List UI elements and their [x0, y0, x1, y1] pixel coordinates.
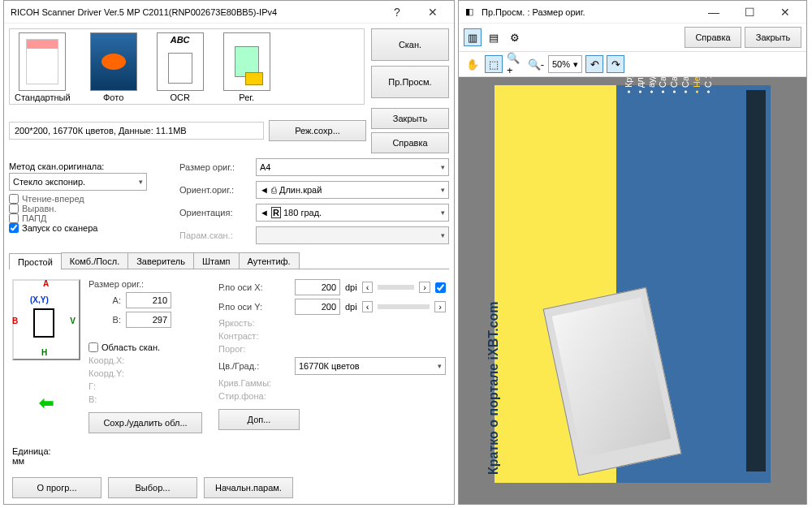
minimize-button[interactable]: — [696, 1, 732, 24]
layout2-icon[interactable]: ▤ [485, 28, 503, 46]
tab-endorse[interactable]: Заверитель [127, 252, 194, 269]
close-preview-button[interactable]: ✕ [767, 1, 803, 24]
zoomin-icon[interactable]: 🔍+ [506, 55, 524, 73]
preset-photo[interactable]: Фото [90, 32, 137, 102]
readahead-check[interactable] [9, 194, 19, 204]
adf-check[interactable] [9, 213, 19, 223]
resy-dec[interactable]: ‹ [362, 301, 374, 312]
save-area-button[interactable]: Сохр./удалить обл... [89, 412, 202, 433]
marquee-icon[interactable]: ⬚ [485, 55, 503, 73]
more-button[interactable]: Доп... [218, 409, 300, 430]
preview-toolbar-zoom: ✋ ⬚ 🔍+ 🔍- 50%▾ ↶ ↷ [459, 52, 806, 77]
from-scanner-check[interactable] [9, 223, 19, 233]
help-button[interactable]: ? [379, 1, 415, 24]
rotate-left-icon[interactable]: ↶ [585, 55, 603, 73]
preview-button[interactable]: Пр.Просм. [371, 66, 449, 98]
about-button[interactable]: О прогр... [12, 477, 102, 498]
tab-stamp[interactable]: Штамп [193, 252, 240, 269]
height-input[interactable] [126, 312, 171, 328]
size-select[interactable]: A4▾ [256, 158, 449, 176]
arrow-left-icon[interactable]: ⬅ [39, 393, 54, 414]
scan-area-check[interactable] [89, 342, 98, 352]
preset-thumbs: Стандартный Фото ABC OCR Рег. [9, 28, 365, 105]
close-button[interactable]: Закрыть [371, 108, 449, 129]
app-icon: ◧ [465, 6, 477, 18]
save-mode-button[interactable]: Реж.сохр... [269, 120, 366, 141]
resy-input[interactable] [295, 299, 340, 315]
preview-window: ◧ Пр.Просм. : Размер ориг. — ☐ ✕ ▥ ▤ ⚙ С… [458, 0, 807, 505]
preset-ocr[interactable]: ABC OCR [157, 32, 204, 102]
scanner-titlebar: RICOH Scanner Driver Ver.5 MP C2011(RNP0… [4, 1, 454, 24]
size-diagram: A B (X,Y) V H [12, 279, 80, 360]
scanned-page: Кратко о портале iXBT.com Крупнейшее в Р… [495, 85, 771, 483]
scanner-title: RICOH Scanner Driver Ver.5 MP C2011(RNP0… [11, 7, 379, 17]
close-window-button[interactable]: ✕ [415, 1, 451, 24]
pv-close-button[interactable]: Закрыть [745, 27, 801, 48]
defaults-button[interactable]: Начальн.парам. [204, 477, 293, 498]
status-text: 200*200, 16770К цветов, Данные: 11.1MB [9, 122, 264, 140]
zoomout-icon[interactable]: 🔍- [527, 55, 545, 73]
select-button[interactable]: Выбор... [108, 477, 197, 498]
scanner-dialog: RICOH Scanner Driver Ver.5 MP C2011(RNP0… [3, 0, 455, 505]
lock-res-check[interactable] [435, 282, 446, 293]
resx-input[interactable] [295, 279, 340, 295]
scan-method-label: Метод скан.оригинала: [9, 158, 171, 171]
settings-icon[interactable]: ⚙ [506, 28, 524, 46]
tab-simple[interactable]: Простой [9, 253, 62, 269]
tab-auth[interactable]: Аутентиф. [239, 252, 300, 269]
help-side-button[interactable]: Справка [371, 132, 449, 153]
zoom-select[interactable]: 50%▾ [548, 55, 582, 73]
preview-toolbar-top: ▥ ▤ ⚙ Справка Закрыть [459, 24, 806, 52]
align-check[interactable] [9, 204, 19, 213]
maximize-button[interactable]: ☐ [732, 1, 767, 24]
preview-bullets: Крупнейшее в России СМИ для технически п… [623, 77, 714, 93]
resx-inc[interactable]: › [419, 282, 430, 293]
orientation-select[interactable]: ◄ R 180 град.▾ [256, 204, 449, 222]
preview-title: Пр.Просм. : Размер ориг. [482, 7, 696, 17]
hand-icon[interactable]: ✋ [464, 55, 482, 73]
width-input[interactable] [126, 292, 171, 308]
preview-canvas[interactable]: Кратко о портале iXBT.com Крупнейшее в Р… [459, 77, 806, 504]
phone-image [543, 287, 682, 476]
tab-combine[interactable]: Комб./Посл. [61, 252, 128, 269]
color-select[interactable]: 16770К цветов▾ [295, 357, 446, 375]
pv-help-button[interactable]: Справка [685, 27, 741, 48]
side-strip [746, 90, 766, 471]
preset-register[interactable]: Рег. [223, 32, 270, 102]
orient-orig-select[interactable]: ◄ ⎙ Длин.край▾ [256, 181, 449, 199]
preset-standard[interactable]: Стандартный [15, 32, 71, 102]
resx-dec[interactable]: ‹ [362, 282, 374, 293]
scan-method-select[interactable]: Стекло экспонир.▾ [9, 173, 147, 191]
resy-inc[interactable]: › [434, 301, 446, 312]
tab-bar: Простой Комб./Посл. Заверитель Штамп Аут… [9, 252, 449, 269]
rotate-right-icon[interactable]: ↷ [607, 55, 624, 73]
preview-titlebar: ◧ Пр.Просм. : Размер ориг. — ☐ ✕ [459, 1, 806, 24]
scan-button[interactable]: Скан. [371, 28, 449, 61]
param-scan-select: ▾ [256, 226, 449, 244]
layout1-icon[interactable]: ▥ [464, 28, 482, 46]
